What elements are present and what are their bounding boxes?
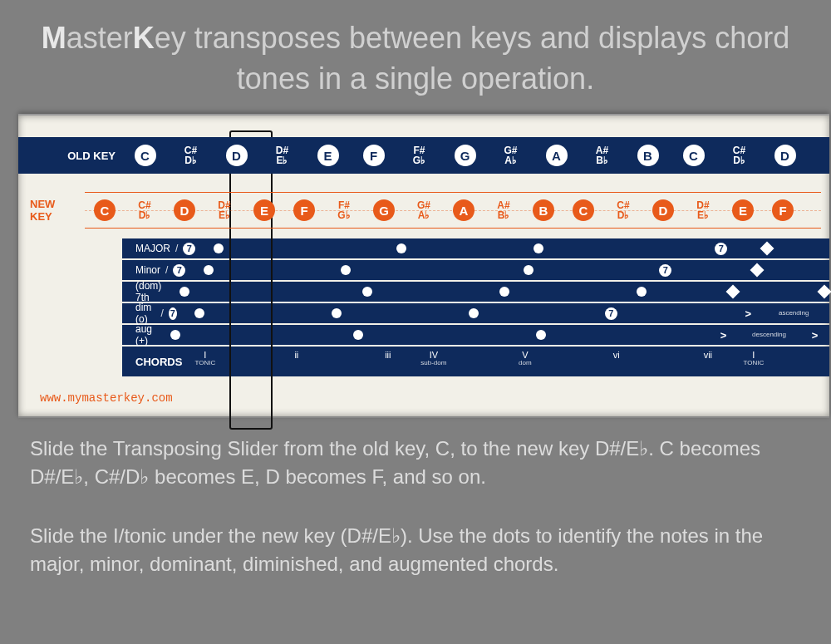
roman-numeral-cell: vii — [685, 347, 730, 367]
chord-dot-cell — [207, 287, 253, 297]
chord-dot-cell — [652, 243, 698, 255]
chord-dot-cell — [505, 264, 551, 277]
chord-dot-cell — [789, 243, 831, 255]
roman-numeral-cell — [776, 347, 822, 367]
chord-row: MAJOR /77 — [122, 238, 829, 258]
chord-dot-cell — [360, 307, 406, 320]
chord-dot-cell — [551, 264, 597, 277]
chord-dot-cell — [573, 287, 618, 297]
chord-dot-cell — [241, 243, 287, 255]
new-key-note: G#A♭ — [404, 200, 444, 221]
roman-numeral-cell: ii — [273, 347, 319, 367]
chord-dot-cell — [253, 287, 298, 297]
roman-numeral-cell — [228, 347, 273, 367]
chord-dot-cell — [801, 287, 831, 297]
chord-dot-cell: descending — [746, 329, 792, 342]
chord-dot-cell — [688, 264, 734, 277]
new-key-note: A — [444, 199, 484, 221]
new-key-note: C#D♭ — [603, 200, 643, 221]
new-key-note: C — [85, 199, 125, 221]
chord-dot-cell: > — [725, 307, 771, 320]
old-key-note: B — [625, 145, 671, 166]
roman-numeral-cell: ITONIC — [730, 347, 776, 367]
chord-dot-cell — [243, 329, 289, 342]
chevron-right-icon: > — [720, 329, 727, 342]
old-key-note: F#G♭ — [396, 145, 442, 166]
chord-dot-cell — [664, 287, 710, 297]
chord-dot-cell — [231, 264, 277, 277]
old-key-note: C — [122, 145, 168, 166]
old-key-strip: OLD KEY CC#D♭DD#E♭EFF#G♭GG#A♭AA#B♭BCC#D♭… — [18, 137, 829, 174]
chord-dot-cell — [597, 264, 642, 277]
roman-numeral-cell: IVsub-dom — [411, 347, 456, 367]
diamond-icon — [760, 242, 774, 256]
chord-dot-cell — [195, 243, 241, 255]
instruction-paragraph-2: Slide the I/tonic under the new key (D#/… — [0, 505, 831, 578]
chord-row: dim (o) /77>ascending> — [122, 303, 829, 323]
chord-dot-icon — [170, 330, 180, 340]
chord-dot-cell — [634, 307, 680, 320]
chord-dot-icon — [179, 287, 189, 297]
chord-dot-icon — [214, 243, 224, 253]
chord-dot-icon — [194, 308, 204, 318]
chord-dot-cell — [561, 243, 607, 255]
old-key-note: A — [534, 145, 579, 166]
chord-dot-icon — [534, 243, 543, 253]
new-key-note: C — [563, 199, 603, 221]
chord-row-label: Minor /7 — [122, 264, 185, 277]
chord-dot-icon — [637, 287, 647, 297]
chord-row: (dom) 7th — [122, 282, 829, 302]
chord-dot-cell — [378, 243, 424, 255]
new-key-note: D — [165, 199, 204, 221]
chord-dot-cell — [368, 264, 414, 277]
chord-dot-cell — [527, 287, 573, 297]
chord-dot-cell — [518, 329, 563, 342]
roman-numeral-cell: ii — [822, 347, 831, 367]
chord-dot-icon — [353, 330, 363, 340]
seventh-badge: 7 — [173, 264, 185, 277]
chord-dot-cell — [335, 329, 381, 342]
chord-dot-cell — [287, 243, 332, 255]
old-key-note: D — [214, 145, 259, 166]
chord-dot-cell — [655, 329, 701, 342]
chord-dot-cell — [451, 307, 497, 320]
chord-dot-cell — [460, 264, 505, 277]
new-key-note: G — [364, 199, 404, 221]
old-key-note: G — [442, 145, 488, 166]
chord-dot-cell — [607, 243, 652, 255]
chord-dot-cell — [472, 329, 518, 342]
chord-dot-cell: 7 — [698, 243, 744, 255]
new-key-note: A#B♭ — [484, 200, 524, 221]
chevron-right-icon: > — [745, 307, 751, 320]
chord-dot-cell — [289, 329, 335, 342]
chord-dot-cell — [515, 243, 561, 255]
new-key-note: E — [244, 199, 284, 221]
chord-grid: MAJOR /77Minor /77(dom) 7thdim (o) /77>a… — [122, 238, 829, 376]
chord-dot-cell — [152, 329, 198, 342]
old-key-note: D — [762, 145, 808, 166]
chord-dot-cell — [755, 287, 801, 297]
old-key-label: OLD KEY — [27, 150, 122, 162]
diamond-icon — [817, 285, 831, 299]
headline: MasterKey transposes between keys and di… — [0, 0, 831, 114]
new-key-label: NEW KEY — [18, 198, 85, 223]
chord-row: Minor /77 — [122, 260, 829, 280]
chord-dot-cell: ascending — [771, 307, 817, 320]
chord-dot-cell — [744, 243, 789, 255]
roman-numeral-cell: iii — [365, 347, 411, 367]
new-key-strip[interactable]: NEW KEY CC#D♭DD#E♭EFF#G♭GG#A♭AA#B♭BCC#D♭… — [18, 192, 829, 229]
chord-dot-cell — [710, 287, 755, 297]
chord-dot-icon — [524, 265, 534, 275]
chords-footer-row: CHORDSITONICiiiiiIVsub-domVdomviviiITONI… — [122, 347, 829, 376]
chord-dot-cell — [618, 287, 664, 297]
old-key-note: C#D♭ — [168, 145, 214, 166]
chord-dot-cell — [390, 287, 435, 297]
new-key-note: F — [763, 199, 803, 221]
chord-row-label: MAJOR /7 — [122, 243, 195, 255]
roman-numeral-cell: vi — [593, 347, 639, 367]
asc-desc-label: descending — [752, 332, 786, 338]
asc-desc-label: ascending — [779, 310, 809, 317]
chord-dot-cell — [268, 307, 314, 320]
chord-dot-cell — [734, 264, 779, 277]
chord-dot-cell: > — [701, 329, 746, 342]
